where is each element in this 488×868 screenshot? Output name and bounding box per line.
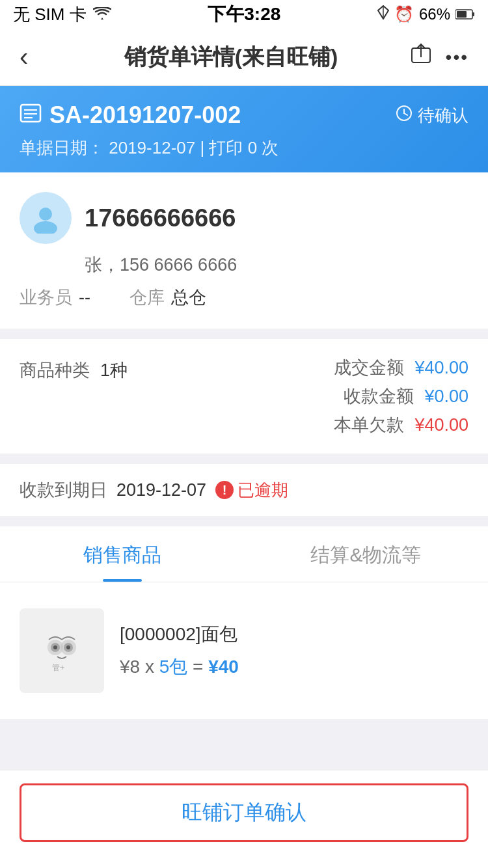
summary-section: 商品种类 1种 成交金额 ¥40.00 收款金额 ¥0.00 本单欠款 ¥40.… <box>0 339 488 454</box>
svg-rect-2 <box>472 12 474 16</box>
warehouse-label: 仓库 <box>129 286 165 309</box>
wifi-icon <box>93 5 111 25</box>
svg-point-20 <box>66 645 70 649</box>
owed-label: 本单欠款 <box>334 413 404 437</box>
order-number: SA-20191207-002 <box>49 102 241 129</box>
tab-settlement[interactable]: 结算&物流等 <box>244 526 488 582</box>
product-type-label: 商品种类 <box>20 359 90 382</box>
warehouse-meta: 仓库 总仓 <box>129 286 206 309</box>
status-left: 无 SIM 卡 <box>13 3 111 26</box>
svg-rect-3 <box>457 11 467 18</box>
svg-point-13 <box>39 208 52 221</box>
battery-label: 66% <box>419 5 450 23</box>
order-header: SA-20191207-002 待确认 单据日期： 2019-12-07 | 打… <box>0 86 488 172</box>
battery-icon <box>455 5 475 23</box>
deal-amount-row: 成交金额 ¥40.00 <box>334 356 468 379</box>
product-item: 管+ [0000002]面包 ¥8 x 5包 = ¥40 <box>20 595 468 706</box>
carrier-label: 无 SIM 卡 <box>13 3 87 26</box>
status-bar: 无 SIM 卡 下午3:28 ⏰ 66% <box>0 0 488 29</box>
tab-settlement-label: 结算&物流等 <box>310 544 421 565</box>
customer-avatar <box>20 192 72 244</box>
received-value: ¥0.00 <box>424 387 468 407</box>
product-eq-sign: = <box>187 657 208 677</box>
svg-text:管+: 管+ <box>52 663 64 672</box>
product-list: 管+ [0000002]面包 ¥8 x 5包 = ¥40 <box>0 582 488 719</box>
status-time: 下午3:28 <box>208 2 280 27</box>
due-date-section: 收款到期日 2019-12-07 ! 已逾期 <box>0 464 488 516</box>
order-date-row: 单据日期： 2019-12-07 | 打印 0 次 <box>20 137 468 159</box>
owed-value: ¥40.00 <box>414 415 468 435</box>
location-icon <box>377 5 389 23</box>
tabs-bar: 销售商品 结算&物流等 <box>0 526 488 582</box>
svg-point-19 <box>53 645 57 649</box>
overdue-icon: ! <box>215 481 234 499</box>
status-right: ⏰ 66% <box>377 5 475 23</box>
more-icon[interactable]: ••• <box>446 47 468 68</box>
warehouse-value: 总仓 <box>171 286 206 309</box>
share-icon[interactable] <box>409 43 433 71</box>
product-qty: 5包 <box>159 657 188 677</box>
alarm-icon: ⏰ <box>394 5 414 23</box>
order-id-section: SA-20191207-002 <box>20 102 241 129</box>
deal-amount-value: ¥40.00 <box>414 358 468 378</box>
confirm-order-button[interactable]: 旺铺订单确认 <box>20 783 468 842</box>
order-icon <box>20 102 42 129</box>
tabs-section: 销售商品 结算&物流等 管+ <box>0 526 488 719</box>
product-type-value: 1种 <box>100 359 128 382</box>
date-value: 2019-12-07 <box>109 138 195 157</box>
product-type-info: 商品种类 1种 <box>20 356 128 382</box>
received-row: 收款金额 ¥0.00 <box>344 385 468 408</box>
due-date-label: 收款到期日 <box>20 478 107 502</box>
customer-section: 17666666666 张，156 6666 6666 业务员 -- 仓库 总仓 <box>0 172 488 329</box>
product-price-text: ¥8 x <box>120 657 159 677</box>
product-total: ¥40 <box>208 657 239 677</box>
back-button[interactable]: ‹ <box>20 42 59 72</box>
print-info: | 打印 0 次 <box>200 138 278 157</box>
nav-actions: ••• <box>403 43 468 71</box>
tab-sales-label: 销售商品 <box>83 544 161 565</box>
due-date-value: 2019-12-07 <box>116 480 206 500</box>
customer-phone: 17666666666 <box>85 204 236 232</box>
svg-point-14 <box>34 221 57 234</box>
customer-name: 张，156 6666 6666 <box>20 253 468 277</box>
page-title: 销货单详情(来自旺铺) <box>59 42 403 72</box>
product-thumbnail: 管+ <box>20 608 104 693</box>
product-info: [0000002]面包 ¥8 x 5包 = ¥40 <box>120 622 468 679</box>
deal-amount-label: 成交金额 <box>334 356 404 379</box>
customer-meta: 业务员 -- 仓库 总仓 <box>20 286 468 309</box>
sales-label: 业务员 <box>20 286 72 309</box>
sales-meta: 业务员 -- <box>20 286 90 309</box>
product-price-row: ¥8 x 5包 = ¥40 <box>120 655 468 679</box>
tab-sales-products[interactable]: 销售商品 <box>0 526 244 582</box>
date-label: 单据日期： <box>20 138 104 157</box>
status-text: 待确认 <box>418 104 468 127</box>
product-name: [0000002]面包 <box>120 622 468 647</box>
overdue-badge: ! 已逾期 <box>215 479 288 502</box>
order-status: 待确认 <box>396 104 468 127</box>
svg-line-12 <box>404 113 407 115</box>
sales-value: -- <box>79 288 90 308</box>
nav-bar: ‹ 销货单详情(来自旺铺) ••• <box>0 29 488 86</box>
overdue-text: 已逾期 <box>237 479 288 502</box>
status-clock-icon <box>396 105 413 126</box>
owed-row: 本单欠款 ¥40.00 <box>334 413 468 437</box>
received-label: 收款金额 <box>344 385 414 408</box>
amount-info: 成交金额 ¥40.00 收款金额 ¥0.00 本单欠款 ¥40.00 <box>334 356 468 437</box>
bottom-bar: 旺铺订单确认 <box>0 770 488 868</box>
